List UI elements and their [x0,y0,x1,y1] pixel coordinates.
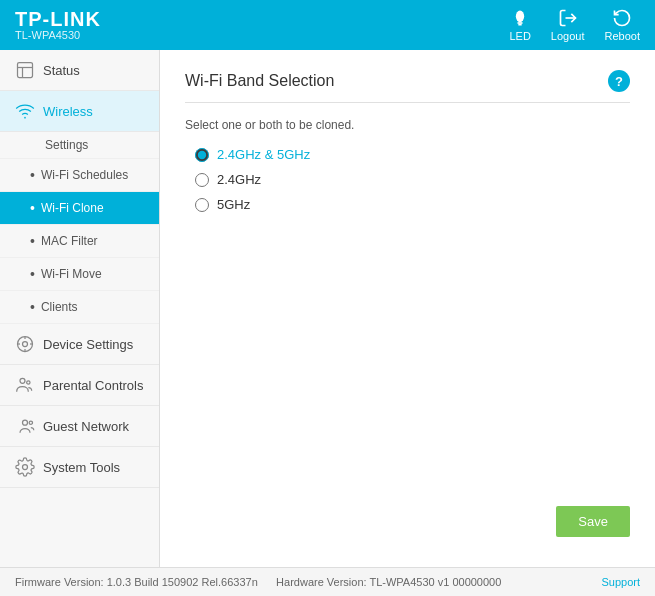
radio-label-2g: 2.4GHz [217,172,261,187]
svg-point-9 [23,342,28,347]
logout-icon [558,8,578,28]
band-selection-group: 2.4GHz & 5GHz 2.4GHz 5GHz [195,147,630,212]
wireless-icon [15,101,35,121]
sidebar-item-wireless[interactable]: Wireless [0,91,159,132]
radio-input-5g[interactable] [195,198,209,212]
logout-label: Logout [551,30,585,42]
sidebar-sub-clients[interactable]: Clients [0,291,159,324]
svg-point-7 [24,117,26,119]
led-button[interactable]: LED [509,8,530,42]
support-link[interactable]: Support [601,576,640,588]
svg-rect-1 [518,22,523,24]
settings-label: Settings [45,138,88,152]
system-tools-label: System Tools [43,460,120,475]
radio-option-2g[interactable]: 2.4GHz [195,172,630,187]
content-header: Wi-Fi Band Selection ? [185,70,630,103]
sidebar-sub-wifi-schedules[interactable]: Wi-Fi Schedules [0,159,159,192]
sidebar-sub-mac-filter[interactable]: MAC Filter [0,225,159,258]
sidebar-wireless-label: Wireless [43,104,93,119]
system-tools-icon [15,457,35,477]
radio-input-both[interactable] [195,148,209,162]
svg-point-17 [29,421,32,424]
logo: TP-LINK TL-WPA4530 [15,9,101,41]
save-button-container: Save [556,506,630,537]
sidebar-item-guest-network[interactable]: Guest Network [0,406,159,447]
header: TP-LINK TL-WPA4530 LED Logout Reb [0,0,655,50]
guest-network-label: Guest Network [43,419,129,434]
device-settings-label: Device Settings [43,337,133,352]
parental-controls-icon [15,375,35,395]
clients-label: Clients [41,300,78,314]
page-title: Wi-Fi Band Selection [185,72,334,90]
reboot-icon [612,8,632,28]
parental-controls-label: Parental Controls [43,378,143,393]
svg-rect-4 [18,63,33,78]
radio-label-both: 2.4GHz & 5GHz [217,147,310,162]
content-area: Wi-Fi Band Selection ? Select one or bot… [160,50,655,567]
sidebar-status-label: Status [43,63,80,78]
logout-button[interactable]: Logout [551,8,585,42]
sidebar-item-status[interactable]: Status [0,50,159,91]
hardware-label: Hardware Version: TL-WPA4530 v1 00000000 [276,576,501,588]
device-settings-icon [15,334,35,354]
reboot-button[interactable]: Reboot [605,8,640,42]
sidebar-sub-settings[interactable]: Settings [0,132,159,159]
sidebar: Status Wireless Settings Wi-Fi Schedules… [0,50,160,567]
svg-point-0 [516,11,524,23]
wifi-schedules-label: Wi-Fi Schedules [41,168,128,182]
radio-option-both[interactable]: 2.4GHz & 5GHz [195,147,630,162]
sidebar-item-system-tools[interactable]: System Tools [0,447,159,488]
firmware-label: Firmware Version: 1.0.3 Build 150902 Rel… [15,576,258,588]
svg-rect-2 [518,24,521,26]
help-button[interactable]: ? [608,70,630,92]
led-label: LED [509,30,530,42]
brand-name: TP-LINK [15,9,101,29]
svg-point-14 [20,378,25,383]
header-actions: LED Logout Reboot [509,8,640,42]
wifi-move-label: Wi-Fi Move [41,267,102,281]
save-button[interactable]: Save [556,506,630,537]
sidebar-sub-wifi-move[interactable]: Wi-Fi Move [0,258,159,291]
radio-option-5g[interactable]: 5GHz [195,197,630,212]
mac-filter-label: MAC Filter [41,234,98,248]
led-icon [510,8,530,28]
sidebar-item-parental-controls[interactable]: Parental Controls [0,365,159,406]
radio-label-5g: 5GHz [217,197,250,212]
model-name: TL-WPA4530 [15,29,101,41]
status-icon [15,60,35,80]
content-description: Select one or both to be cloned. [185,118,630,132]
main-layout: Status Wireless Settings Wi-Fi Schedules… [0,50,655,567]
reboot-label: Reboot [605,30,640,42]
guest-network-icon [15,416,35,436]
svg-point-15 [27,381,30,384]
sidebar-item-device-settings[interactable]: Device Settings [0,324,159,365]
wifi-clone-label: Wi-Fi Clone [41,201,104,215]
svg-point-16 [23,420,28,425]
sidebar-sub-wifi-clone[interactable]: Wi-Fi Clone [0,192,159,225]
radio-input-2g[interactable] [195,173,209,187]
footer-firmware: Firmware Version: 1.0.3 Build 150902 Rel… [15,576,501,588]
footer: Firmware Version: 1.0.3 Build 150902 Rel… [0,567,655,596]
